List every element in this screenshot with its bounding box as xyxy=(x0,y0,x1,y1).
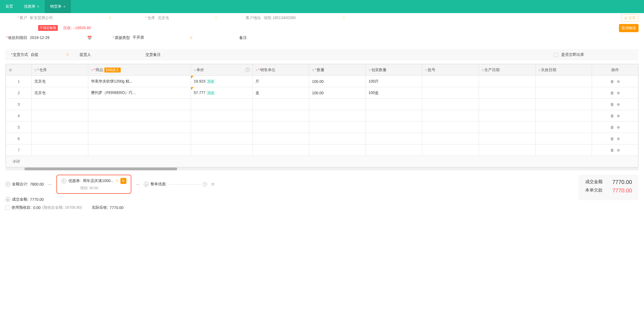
cancel-logistics-button[interactable]: 取消物流 xyxy=(619,24,639,32)
table-row[interactable]: 1北京仓华美华夫软饼1200g 糕...19.923历史斤100.00100斤🗑… xyxy=(6,76,638,87)
cell-pdate[interactable] xyxy=(479,110,535,122)
cell-edate[interactable] xyxy=(535,99,592,110)
cell-price[interactable] xyxy=(191,122,253,133)
add-row-icon[interactable]: ⊕ xyxy=(617,137,620,141)
chevron-down-icon[interactable]: ▽ xyxy=(215,16,217,20)
cell-lot[interactable] xyxy=(422,87,479,99)
cell-qty[interactable] xyxy=(309,110,366,122)
close-icon[interactable]: × xyxy=(63,4,65,9)
table-row[interactable]: 6🗑⊕ xyxy=(6,133,638,144)
col-pdate[interactable]: 生产日期 xyxy=(484,68,500,72)
cell-unit[interactable]: 盒 xyxy=(253,87,309,99)
scan-entry-button[interactable]: 扫码录入 xyxy=(104,68,121,72)
warehouse-input[interactable]: 北京仓 xyxy=(158,14,212,22)
tab-sales-order[interactable]: 销货单× xyxy=(45,0,71,13)
cell-lot[interactable] xyxy=(422,144,479,156)
tab-coupon[interactable]: 优惠券× xyxy=(19,0,45,13)
sort-icon[interactable]: ⇅ xyxy=(538,69,540,72)
cell-edate[interactable] xyxy=(535,110,592,122)
close-icon[interactable]: × xyxy=(37,4,39,9)
cell-unit[interactable] xyxy=(253,133,309,144)
sort-icon[interactable]: ⇅ xyxy=(34,69,37,72)
cell-product[interactable] xyxy=(88,144,191,156)
sort-icon[interactable]: ⇅ xyxy=(91,69,93,72)
payment-due-input[interactable]: 2019-12-29 xyxy=(30,34,84,41)
col-product[interactable]: 商品 xyxy=(96,68,103,72)
cell-qty[interactable]: 100.00 xyxy=(309,87,366,99)
cell-warehouse[interactable] xyxy=(32,99,88,110)
cell-unit[interactable] xyxy=(253,99,309,110)
cell-lot[interactable] xyxy=(422,76,479,87)
gear-icon[interactable]: ⚙ xyxy=(9,68,12,72)
cell-product[interactable]: 费列罗（FERRERO）巧... xyxy=(88,87,191,99)
col-price[interactable]: 单价 xyxy=(196,68,204,72)
customer-input[interactable]: 昕东贸易公司 xyxy=(30,14,106,22)
horizontal-scrollbar[interactable] xyxy=(5,168,639,170)
delete-row-icon[interactable]: 🗑 xyxy=(610,102,614,107)
cell-edate[interactable] xyxy=(535,133,592,144)
invoice-type-input[interactable]: 不开票 xyxy=(133,34,187,41)
cell-pkg[interactable] xyxy=(366,144,422,156)
chevron-down-icon[interactable]: ▽ xyxy=(109,16,111,20)
calendar-icon[interactable]: 📅 xyxy=(87,36,92,40)
add-row-icon[interactable]: ⊕ xyxy=(617,91,620,95)
help-icon[interactable]: ? xyxy=(203,182,207,186)
cell-pdate[interactable] xyxy=(479,133,535,144)
delete-row-icon[interactable]: 🗑 xyxy=(610,148,614,152)
delete-row-icon[interactable]: 🗑 xyxy=(610,79,614,84)
chevron-down-icon[interactable]: ▽ xyxy=(116,179,118,183)
cell-warehouse[interactable] xyxy=(32,110,88,122)
cell-pdate[interactable] xyxy=(479,99,535,110)
add-row-icon[interactable]: ⊕ xyxy=(617,79,620,84)
col-warehouse[interactable]: 仓库 xyxy=(39,68,47,72)
chevron-down-icon[interactable]: ▽ xyxy=(190,36,192,40)
cell-product[interactable] xyxy=(88,110,191,122)
cell-qty[interactable] xyxy=(309,144,366,156)
cell-qty[interactable] xyxy=(309,133,366,144)
delete-row-icon[interactable]: 🗑 xyxy=(610,125,614,129)
coupon-select[interactable]: 周年店庆满1000... xyxy=(83,178,114,183)
table-row[interactable]: 2北京仓费列罗（FERRERO）巧...57.777历史盒100.00100盒🗑… xyxy=(6,87,638,99)
cell-pdate[interactable] xyxy=(479,122,535,133)
cell-edate[interactable] xyxy=(535,87,592,99)
use-prepay-checkbox[interactable] xyxy=(5,205,10,210)
col-edate[interactable]: 失效日期 xyxy=(541,68,556,72)
table-row[interactable]: 3🗑⊕ xyxy=(6,99,638,110)
cell-product[interactable] xyxy=(88,133,191,144)
cell-product[interactable] xyxy=(88,122,191,133)
delete-row-icon[interactable]: 🗑 xyxy=(610,114,614,118)
cell-pkg[interactable] xyxy=(366,122,422,133)
sort-icon[interactable]: ⇅ xyxy=(256,69,258,72)
col-lot[interactable]: 批号 xyxy=(428,68,435,72)
whole-discount-input[interactable] xyxy=(168,184,201,184)
cell-unit[interactable]: 斤 xyxy=(253,76,309,87)
delivery-method-input[interactable]: 自提 xyxy=(31,52,63,57)
immediate-out-checkbox[interactable] xyxy=(554,53,558,57)
cell-price[interactable] xyxy=(191,144,253,156)
refresh-icon[interactable]: ↻ xyxy=(120,178,126,184)
sort-icon[interactable]: ⇅ xyxy=(425,69,427,72)
col-unit[interactable]: 销售单位 xyxy=(260,68,275,72)
cell-price[interactable] xyxy=(191,99,253,110)
cell-lot[interactable] xyxy=(422,133,479,144)
cell-unit[interactable] xyxy=(253,144,309,156)
cell-lot[interactable] xyxy=(422,110,479,122)
cell-lot[interactable] xyxy=(422,99,479,110)
col-qty[interactable]: 数量 xyxy=(317,68,324,72)
cell-product[interactable]: 华美华夫软饼1200g 糕... xyxy=(88,76,191,87)
cell-pdate[interactable] xyxy=(479,144,535,156)
cell-edate[interactable] xyxy=(535,122,592,133)
cell-price[interactable] xyxy=(191,133,253,144)
cell-edate[interactable] xyxy=(535,76,592,87)
cell-pkg[interactable]: 100盒 xyxy=(366,87,422,99)
settings-button[interactable]: ⚙ 设置 xyxy=(621,14,639,22)
cell-warehouse[interactable]: 北京仓 xyxy=(32,76,88,87)
cell-warehouse[interactable] xyxy=(32,122,88,133)
delete-row-icon[interactable]: 🗑 xyxy=(610,137,614,141)
cell-unit[interactable] xyxy=(253,110,309,122)
cell-pdate[interactable] xyxy=(479,87,535,99)
tab-home[interactable]: 首页 xyxy=(0,0,19,13)
cell-qty[interactable] xyxy=(309,99,366,110)
cell-qty[interactable] xyxy=(309,122,366,133)
chevron-down-icon[interactable]: ▽ xyxy=(66,53,69,57)
